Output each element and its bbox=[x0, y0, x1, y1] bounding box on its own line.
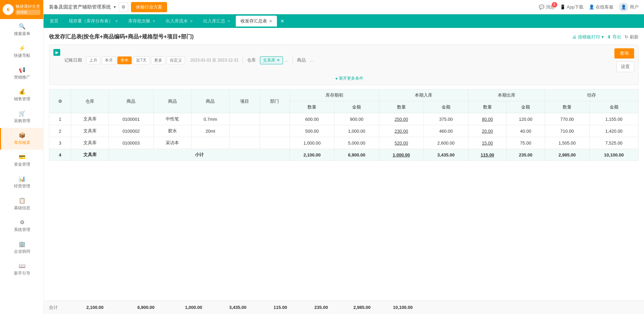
cell-in-qty[interactable]: 520.00 bbox=[379, 137, 424, 149]
tab-recv-send-summary[interactable]: 收发存汇总表 ✕ bbox=[236, 16, 277, 27]
th-out-amt: 金额 bbox=[507, 101, 545, 113]
th-closing-qty: 数量 bbox=[545, 101, 589, 113]
sidebar-item-finance[interactable]: 💳 资金管理 bbox=[0, 150, 43, 171]
tab-bar-close-icon[interactable]: ✕ bbox=[280, 18, 284, 24]
tab-close-icon[interactable]: ✕ bbox=[269, 19, 272, 23]
tab-in-out-summary[interactable]: 出入库汇总 ✕ bbox=[198, 16, 235, 27]
cell-warehouse: 文具库 bbox=[71, 125, 109, 137]
divider2 bbox=[293, 57, 293, 64]
tab-inventory-dist[interactable]: 现存量（库存分布表） ✕ bbox=[64, 16, 123, 27]
tab-home[interactable]: 首页 bbox=[45, 16, 63, 27]
cell-in-qty[interactable]: 250.00 bbox=[379, 113, 424, 125]
warehouse-more[interactable]: ... bbox=[285, 58, 288, 63]
th-name: 商品 bbox=[153, 89, 191, 113]
cell-opening-qty: 500.00 bbox=[290, 125, 334, 137]
printer-icon: 🖨 bbox=[572, 34, 577, 39]
sidebar-item-purchase[interactable]: 🛒 采购管理 bbox=[0, 106, 43, 128]
tab-close-icon[interactable]: ✕ bbox=[152, 19, 155, 23]
experience-button[interactable]: 体验行业方案 bbox=[131, 2, 167, 12]
sidebar-item-operations[interactable]: 📊 经营管理 bbox=[0, 171, 43, 193]
tag-close-icon[interactable]: ✕ bbox=[277, 58, 280, 63]
footer-cells: 2,100.00 6,900.00 1,000.00 3,435.00 115.… bbox=[69, 303, 639, 311]
sidebar-item-label: 库存核算 bbox=[14, 140, 30, 146]
tab-close-icon[interactable]: ✕ bbox=[190, 19, 193, 23]
th-settings[interactable]: ⚙ bbox=[49, 89, 71, 113]
search-button[interactable]: 查询 bbox=[614, 48, 634, 59]
tab-label: 出入库流水 bbox=[166, 18, 188, 24]
cell-out-amt: 235.00 bbox=[507, 149, 545, 161]
th-spec: 商品 bbox=[191, 89, 229, 113]
th-out-qty: 数量 bbox=[468, 101, 507, 113]
date-label: 记账日期 bbox=[64, 57, 82, 63]
cell-out-qty[interactable]: 20.00 bbox=[468, 125, 507, 137]
cell-in-qty[interactable]: 230.00 bbox=[379, 125, 424, 137]
table-row: 3 文具库 0100003 采访本 1,000.00 5,000.00 520.… bbox=[49, 137, 639, 149]
tab-in-out-flow[interactable]: 出入库流水 ✕ bbox=[161, 16, 198, 27]
settings-icon: ⚙ bbox=[121, 4, 126, 10]
print-button[interactable]: 🖨 按模板打印 ▾ bbox=[572, 34, 604, 40]
cell-index: 4 bbox=[49, 149, 71, 161]
cell-warehouse: 文具库 bbox=[71, 137, 109, 149]
export-button[interactable]: ⬇ 导出 bbox=[607, 34, 621, 40]
sidebar-item-guide[interactable]: 📖 新手引导 bbox=[0, 259, 43, 280]
date-btn-7days[interactable]: 近7天 bbox=[133, 56, 150, 64]
footer-closing-amt: 10,100.00 bbox=[382, 303, 423, 311]
refresh-button[interactable]: ↻ 刷新 bbox=[625, 34, 639, 40]
filter-row: 记账日期 上月 本月 本年 近7天 更多 自定义 2023-01-01 至 20… bbox=[64, 48, 634, 72]
sidebar-item-label: 资金管理 bbox=[14, 162, 30, 167]
cell-opening-amt: 900.00 bbox=[334, 113, 379, 125]
cell-out-amt: 120.00 bbox=[507, 113, 545, 125]
logo-tag: 标准版 bbox=[16, 10, 40, 15]
date-range: 2023-01-01 至 2023-12-31 bbox=[191, 57, 238, 63]
cell-out-qty[interactable]: 15.00 bbox=[468, 137, 507, 149]
tab-close-icon[interactable]: ✕ bbox=[115, 19, 118, 23]
top-bar: 装备及固定资产辅助管理系统 ▾ ⚙ 体验行业方案 💬 消息 6 📱 App下载 bbox=[44, 0, 644, 14]
sidebar-item-label: 基础信息 bbox=[14, 205, 30, 211]
set-button[interactable]: 设置 bbox=[616, 61, 634, 72]
divider bbox=[243, 57, 243, 64]
online-service-button[interactable]: 👤 在线客服 bbox=[589, 4, 613, 10]
message-button[interactable]: 💬 消息 6 bbox=[539, 4, 555, 10]
cell-out-qty[interactable]: 80.00 bbox=[468, 113, 507, 125]
expand-button[interactable]: ▾ 展开更多条件 bbox=[335, 76, 363, 81]
basic-icon: 📋 bbox=[19, 197, 26, 204]
sidebar-item-enterprise[interactable]: 🏢 企业协同 bbox=[0, 237, 43, 259]
footer-opening-amt: 6,900.00 bbox=[120, 303, 171, 311]
guide-icon: 📖 bbox=[19, 263, 26, 269]
tab-batch-account[interactable]: 库存批次账 ✕ bbox=[123, 16, 160, 27]
filter-toggle[interactable]: ▶ bbox=[53, 49, 60, 56]
cell-in-amt: 460.00 bbox=[424, 125, 468, 137]
sidebar-item-system[interactable]: ⚙ 系统管理 bbox=[0, 215, 43, 237]
cell-code: 0100001 bbox=[109, 113, 153, 125]
cell-closing-qty: 1,505.00 bbox=[545, 137, 589, 149]
sidebar-item-sales[interactable]: 💰 销售管理 bbox=[0, 84, 43, 106]
sidebar-item-marketing[interactable]: 📢 营销推广 bbox=[0, 63, 43, 84]
cell-index: 1 bbox=[49, 113, 71, 125]
date-btn-last-month[interactable]: 上月 bbox=[86, 56, 100, 64]
tab-close-icon[interactable]: ✕ bbox=[227, 19, 230, 23]
date-btn-more[interactable]: 更多 bbox=[151, 56, 165, 64]
user-menu[interactable]: 👤 用户 bbox=[619, 2, 639, 12]
sidebar-item-label: 快捷导航 bbox=[14, 53, 30, 59]
sidebar-item-basic[interactable]: 📋 基础信息 bbox=[0, 193, 43, 215]
sidebar-item-inventory[interactable]: 📦 库存核算 bbox=[0, 128, 43, 150]
date-btn-this-month[interactable]: 本月 bbox=[102, 56, 116, 64]
date-btn-this-year[interactable]: 本年 bbox=[117, 56, 132, 64]
settings-button[interactable]: ⚙ bbox=[119, 2, 128, 12]
goods-more[interactable]: ... bbox=[310, 58, 313, 63]
warehouse-tag[interactable]: 文具库 ✕ bbox=[260, 56, 283, 64]
inventory-icon: 📦 bbox=[19, 132, 26, 138]
cell-in-qty[interactable]: 1,000.00 bbox=[379, 149, 424, 161]
cell-in-amt: 375.00 bbox=[424, 113, 468, 125]
app-download-button[interactable]: 📱 App下载 bbox=[560, 4, 583, 10]
cell-warehouse: 文具库 bbox=[71, 113, 109, 125]
marketing-icon: 📢 bbox=[19, 67, 26, 73]
system-dropdown[interactable]: ▾ bbox=[114, 4, 116, 10]
total-label: 合计 bbox=[49, 304, 69, 311]
cell-out-qty[interactable]: 115.00 bbox=[468, 149, 507, 161]
sidebar-item-search[interactable]: 🔍 搜索菜单 bbox=[0, 19, 43, 41]
sidebar-item-quick[interactable]: ⚡ 快捷导航 bbox=[0, 41, 43, 63]
date-btn-custom[interactable]: 自定义 bbox=[167, 56, 185, 64]
cell-spec bbox=[191, 137, 229, 149]
cell-dept bbox=[260, 113, 290, 125]
